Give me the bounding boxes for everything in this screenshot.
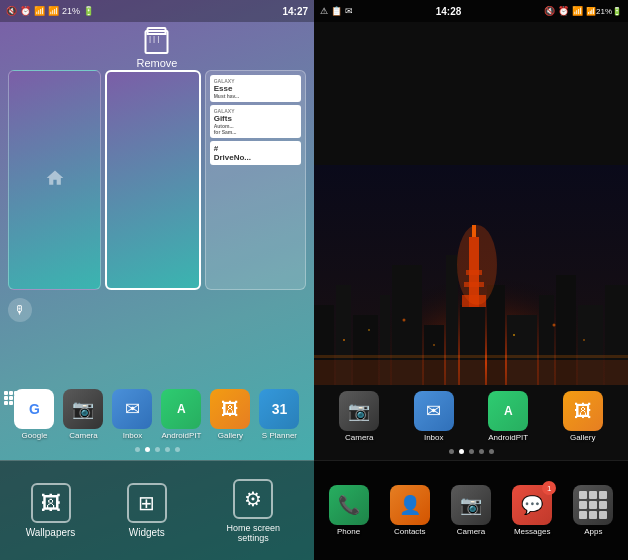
wifi-icon: 📶	[34, 6, 45, 16]
mute-icon: 🔇	[6, 6, 17, 16]
widgets-label: Widgets	[129, 527, 165, 538]
left-panel: 🔇 ⏰ 📶 📶 21% 🔋 14:27 Remove GALAXY Esse M…	[0, 0, 314, 560]
svg-point-25	[403, 319, 406, 322]
left-app-inbox[interactable]: ✉ Inbox	[112, 389, 152, 440]
svg-point-23	[343, 339, 345, 341]
svg-rect-30	[314, 355, 628, 358]
svg-point-26	[433, 344, 435, 346]
dot-0[interactable]	[135, 447, 140, 452]
remove-label: Remove	[137, 57, 178, 69]
remove-area: Remove	[137, 30, 178, 69]
right-camera-label: Camera	[345, 433, 373, 442]
right-panel: ⚠ 📋 ✉ 14:28 🔇 ⏰ 📶 📶21%🔋	[314, 0, 628, 560]
left-app-camera[interactable]: 📷 Camera	[63, 389, 103, 440]
mute2-icon: 🔇	[544, 6, 555, 16]
left-apps-row: G Google 📷 Camera ✉ Inbox A AndroidPIT 🖼…	[0, 389, 314, 440]
dock-camera-icon: 📷	[451, 485, 491, 525]
right-dots-row	[314, 449, 628, 454]
dock-contacts[interactable]: 👤 Contacts	[390, 485, 430, 536]
right-app-androidpit[interactable]: A AndroidPIT	[488, 391, 528, 442]
google-icon: G	[14, 389, 54, 429]
home-settings-icon: ⚙	[233, 479, 273, 519]
right-dot-1[interactable]	[459, 449, 464, 454]
svg-point-27	[513, 334, 515, 336]
right-status-time: 14:28	[436, 6, 462, 17]
left-dots-row	[0, 447, 314, 452]
dot-4[interactable]	[175, 447, 180, 452]
dock-messages[interactable]: 💬 1 Messages	[512, 485, 552, 536]
signal-icon: 📶	[48, 6, 59, 16]
widget-card-1: GALAXY Esse Must hav...	[210, 75, 301, 102]
dock-camera[interactable]: 📷 Camera	[451, 485, 491, 536]
left-status-icons: 🔇 ⏰ 📶 📶 21% 🔋	[6, 6, 94, 16]
notification-icon: 📋	[331, 6, 342, 16]
signal2-icon: 📶21%🔋	[586, 7, 622, 16]
dock-camera-label: Camera	[457, 527, 485, 536]
right-app-gallery[interactable]: 🖼 Gallery	[563, 391, 603, 442]
right-app-inbox[interactable]: ✉ Inbox	[414, 391, 454, 442]
contacts-label: Contacts	[394, 527, 426, 536]
mic-button[interactable]: 🎙	[8, 298, 32, 322]
right-camera-icon: 📷	[339, 391, 379, 431]
right-androidpit-icon: A	[488, 391, 528, 431]
gallery-icon: 🖼	[210, 389, 250, 429]
alarm2-icon: ⏰	[558, 6, 569, 16]
right-status-icons-left: ⚠ 📋 ✉	[320, 6, 353, 16]
gallery-label: Gallery	[218, 431, 243, 440]
widget-card-2: GALAXY Gifts Autom... for Sam...	[210, 105, 301, 138]
splanner-icon: 31	[259, 389, 299, 429]
right-inbox-label: Inbox	[424, 433, 444, 442]
right-status-icons-right: 🔇 ⏰ 📶 📶21%🔋	[544, 6, 622, 16]
inbox-icon: ✉	[112, 389, 152, 429]
left-app-androidpit[interactable]: A AndroidPIT	[161, 389, 201, 440]
wallpapers-option[interactable]: 🖼 Wallpapers	[26, 483, 76, 538]
panels-row: GALAXY Esse Must hav... GALAXY Gifts Aut…	[0, 70, 314, 290]
city-skyline	[314, 165, 628, 385]
phone-icon: 📞	[329, 485, 369, 525]
right-androidpit-label: AndroidPIT	[488, 433, 528, 442]
dot-3[interactable]	[165, 447, 170, 452]
dock-phone[interactable]: 📞 Phone	[329, 485, 369, 536]
inbox-label: Inbox	[123, 431, 143, 440]
panel-thumb-1[interactable]	[8, 70, 101, 290]
right-status-bar: ⚠ 📋 ✉ 14:28 🔇 ⏰ 📶 📶21%🔋	[314, 0, 628, 22]
contacts-icon: 👤	[390, 485, 430, 525]
left-app-splanner[interactable]: 31 S Planner	[259, 389, 299, 440]
wallpapers-label: Wallpapers	[26, 527, 76, 538]
widget-card-3: #DriveNo...	[210, 141, 301, 165]
right-inbox-icon: ✉	[414, 391, 454, 431]
wifi2-icon: 📶	[572, 6, 583, 16]
right-app-camera[interactable]: 📷 Camera	[339, 391, 379, 442]
camera-label: Camera	[69, 431, 97, 440]
dot-2[interactable]	[155, 447, 160, 452]
panel-thumb-3[interactable]: GALAXY Esse Must hav... GALAXY Gifts Aut…	[205, 70, 306, 290]
mail-icon: ✉	[345, 6, 353, 16]
home-settings-option[interactable]: ⚙ Home screen settings	[218, 479, 288, 543]
home-settings-label: Home screen settings	[218, 523, 288, 543]
alarm-icon: ⏰	[20, 6, 31, 16]
widgets-option[interactable]: ⊞ Widgets	[127, 483, 167, 538]
right-dot-4[interactable]	[489, 449, 494, 454]
panel-thumb-2[interactable]	[105, 70, 200, 290]
left-app-gallery[interactable]: 🖼 Gallery	[210, 389, 250, 440]
home-icon-small	[45, 168, 65, 192]
apps-label: Apps	[584, 527, 602, 536]
dock-apps[interactable]: Apps	[573, 485, 613, 536]
messages-label: Messages	[514, 527, 550, 536]
androidpit-label: AndroidPIT	[161, 431, 201, 440]
right-dot-0[interactable]	[449, 449, 454, 454]
wallpapers-icon: 🖼	[31, 483, 71, 523]
right-dot-3[interactable]	[479, 449, 484, 454]
splanner-label: S Planner	[262, 431, 297, 440]
messages-badge: 1	[542, 481, 556, 495]
left-app-google[interactable]: G Google	[14, 389, 54, 440]
right-apps-row: 📷 Camera ✉ Inbox A AndroidPIT 🖼 Gallery	[314, 391, 628, 442]
left-bottom-bar: 🖼 Wallpapers ⊞ Widgets ⚙ Home screen set…	[0, 460, 314, 560]
svg-point-22	[457, 225, 497, 305]
svg-rect-16	[314, 360, 628, 385]
dot-1[interactable]	[145, 447, 150, 452]
svg-point-29	[583, 339, 585, 341]
right-dot-2[interactable]	[469, 449, 474, 454]
right-gallery-icon: 🖼	[563, 391, 603, 431]
right-gallery-label: Gallery	[570, 433, 595, 442]
